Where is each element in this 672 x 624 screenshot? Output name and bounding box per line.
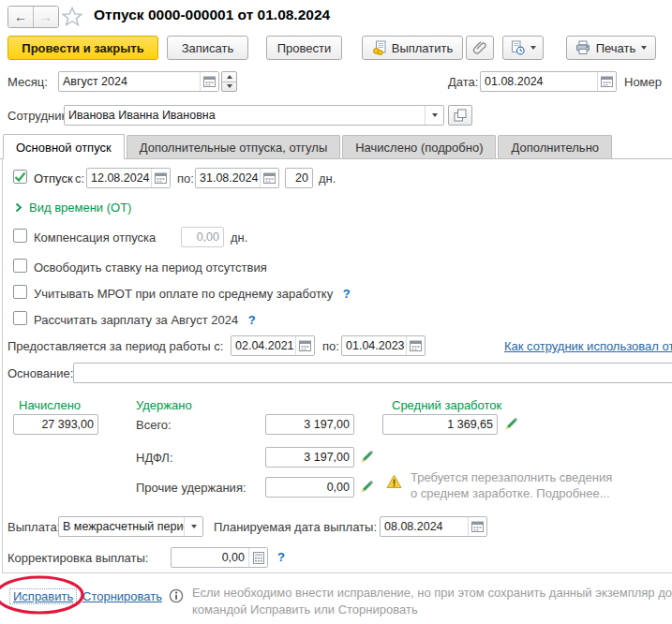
vacation-to-field[interactable]: 31.08.2024 (195, 168, 279, 188)
compensation-checkbox[interactable] (13, 229, 27, 243)
time-kind-link[interactable]: Вид времени (ОТ) (29, 201, 131, 215)
planned-date-label: Планируемая дата выплаты: (214, 520, 377, 534)
chevron-right-icon (15, 202, 22, 213)
tab-bar: Основной отпуск Дополнительные отпуска, … (0, 134, 672, 159)
time-kind-expander[interactable]: Вид времени (ОТ) (15, 201, 131, 215)
post-button[interactable]: Провести (266, 36, 342, 60)
document-clock-icon (510, 40, 525, 55)
employee-open-button[interactable] (448, 105, 472, 126)
ndfl-label: НДФЛ: (136, 451, 173, 465)
adjustment-help-icon[interactable]: ? (277, 550, 285, 564)
print-button[interactable]: Печать (566, 36, 656, 60)
other-withholdings-field[interactable]: 0,00 (265, 477, 354, 498)
days-unit-label: дн. (319, 171, 336, 186)
dropdown-button[interactable] (184, 517, 202, 536)
average-earnings-warning: Требуется перезаполнить сведения о средн… (411, 470, 612, 501)
average-earnings-field[interactable]: 1 369,65 (382, 414, 498, 435)
calc-salary-checkbox[interactable] (13, 311, 27, 325)
page-title: Отпуск 0000-000001 от 01.08.2024 (94, 7, 330, 23)
month-stepper (221, 71, 237, 92)
calendar-icon[interactable] (295, 336, 314, 355)
release-rate-checkbox-label[interactable]: Освободить ставку на период отсутствия (34, 260, 267, 275)
calendar-icon[interactable] (151, 169, 170, 187)
number-label: Номер (624, 75, 662, 89)
reverse-link[interactable]: Сторнировать (82, 589, 162, 603)
vacation-from-field[interactable]: 12.08.2024 (86, 168, 171, 188)
withheld-label: Удержано (136, 398, 192, 412)
tab-main-vacation[interactable]: Основной отпуск (3, 134, 125, 159)
employee-field[interactable]: Иванова Иванна Ивановна (64, 105, 444, 126)
calendar-icon[interactable] (468, 517, 486, 536)
other-withholdings-label: Прочие удержания: (136, 481, 246, 495)
vacation-document-window: ← → Отпуск 0000-000001 от 01.08.2024 Про… (0, 0, 672, 624)
mrot-checkbox-label[interactable]: Учитывать МРОТ при оплате по среднему за… (34, 287, 351, 301)
attached-files-menu-button[interactable] (502, 36, 544, 60)
release-rate-checkbox[interactable] (13, 259, 27, 273)
work-period-label: Предоставляется за период работы с: (7, 339, 223, 353)
compensation-days-field[interactable]: 0,00 (181, 227, 224, 247)
stepper-down-button[interactable] (222, 82, 236, 92)
vacation-days-field[interactable]: 20 (285, 168, 313, 188)
total-label: Всего: (136, 418, 172, 432)
calendar-icon[interactable] (200, 72, 218, 91)
triangle-down-icon (191, 525, 197, 528)
period-to-field[interactable]: 01.04.2023 (341, 335, 426, 356)
tab-additional-vacations[interactable]: Дополнительные отпуска, отгулы (127, 135, 341, 158)
write-button[interactable]: Записать (167, 36, 248, 60)
favorite-star-icon[interactable] (62, 7, 82, 26)
average-earnings-label: Средний заработок (392, 398, 501, 412)
period-from-field[interactable]: 02.04.2021 (231, 335, 315, 356)
mrot-checkbox[interactable] (13, 285, 27, 299)
vacation-usage-link[interactable]: Как сотрудник использовал от (504, 339, 672, 353)
triangle-up-icon (227, 75, 232, 79)
vacation-checkbox-label[interactable]: Отпуск (34, 171, 73, 186)
document-date-field[interactable]: 01.08.2024 (480, 71, 617, 92)
compensation-checkbox-label[interactable]: Компенсация отпуска (34, 230, 156, 245)
month-label: Месяц: (7, 75, 48, 89)
post-and-close-button[interactable]: Провести и закрыть (7, 36, 158, 60)
attachments-button[interactable] (466, 36, 494, 60)
accrued-field[interactable]: 27 393,00 (13, 414, 98, 435)
mrot-help-icon[interactable]: ? (343, 287, 351, 301)
basis-label: Основание: (7, 366, 73, 380)
payout-select[interactable]: В межрасчетный период (58, 516, 203, 537)
edit-other-pencil-icon[interactable] (360, 480, 374, 494)
footer-info-text: Если необходимо внести исправление, но п… (192, 585, 672, 617)
tab-accrued-detail[interactable]: Начислено (подробно) (342, 135, 496, 158)
chevron-down-icon (530, 46, 536, 50)
fix-link[interactable]: Исправить (9, 588, 77, 604)
back-button[interactable]: ← (8, 7, 33, 27)
date-label: Дата: (448, 75, 478, 89)
calculator-icon[interactable] (248, 548, 267, 567)
calc-salary-checkbox-label[interactable]: Рассчитать зарплату за Август 2024 ? (34, 313, 256, 327)
employee-label: Сотрудник: (7, 109, 70, 123)
chevron-down-icon (641, 46, 647, 50)
ndfl-field[interactable]: 3 197,00 (265, 447, 354, 468)
payout-adjustment-field[interactable]: 0,00 (171, 547, 268, 568)
history-nav-group: ← → (7, 6, 59, 28)
warning-triangle-icon (386, 474, 402, 489)
total-withheld-field[interactable]: 3 197,00 (265, 414, 354, 435)
forward-button[interactable]: → (33, 7, 58, 27)
calendar-icon[interactable] (406, 336, 425, 355)
paperclip-icon (472, 40, 487, 55)
dropdown-button[interactable] (425, 106, 443, 125)
tab-additional[interactable]: Дополнительно (498, 135, 612, 158)
basis-field[interactable] (73, 363, 672, 383)
edit-ndfl-pencil-icon[interactable] (360, 450, 374, 464)
calendar-icon[interactable] (597, 72, 616, 91)
calc-salary-help-icon[interactable]: ? (248, 313, 256, 327)
triangle-down-icon (432, 113, 438, 117)
accrued-label: Начислено (19, 398, 81, 412)
payout-label: Выплата: (7, 520, 60, 534)
pay-button[interactable]: Выплатить (362, 36, 463, 60)
from-label: с: (75, 171, 84, 186)
planned-date-field[interactable]: 08.08.2024 (380, 516, 487, 537)
calendar-icon[interactable] (260, 169, 278, 187)
open-squares-icon (454, 109, 467, 122)
edit-average-pencil-icon[interactable] (504, 417, 518, 431)
vacation-checkbox[interactable] (13, 170, 27, 184)
stepper-up-button[interactable] (222, 72, 236, 82)
printer-icon (575, 40, 590, 55)
month-field[interactable]: Август 2024 (58, 71, 219, 92)
